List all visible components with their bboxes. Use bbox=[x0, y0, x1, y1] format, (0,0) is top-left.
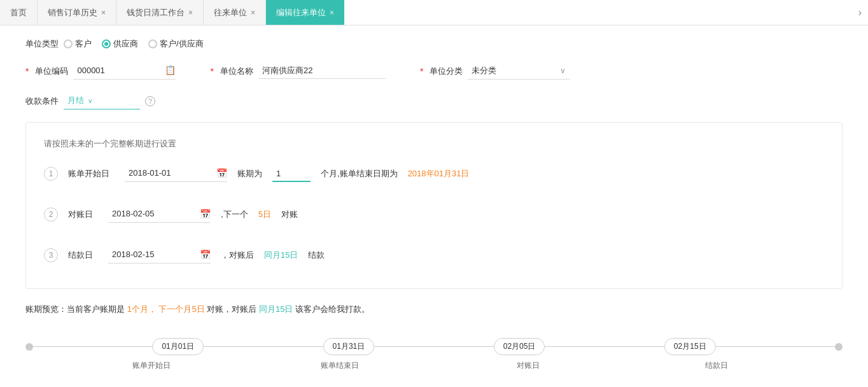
step-3-desc-prefix: ，对账后 bbox=[221, 250, 254, 261]
close-tab-sales-history[interactable]: × bbox=[101, 8, 106, 17]
step-1-period-end: 2018年01月31日 bbox=[408, 168, 470, 179]
step-1-date-wrap: 📅 bbox=[125, 165, 227, 182]
main-content: 单位类型 客户 供应商 客户/供应商 * 单位编码 bbox=[0, 25, 868, 387]
close-tab-partner-list[interactable]: × bbox=[251, 8, 255, 17]
timeline-badge-3: 02月15日 bbox=[664, 338, 716, 355]
unit-code-star: * bbox=[25, 66, 29, 76]
step-1-calendar-icon[interactable]: 📅 bbox=[216, 168, 227, 178]
radio-both-circle bbox=[148, 39, 157, 48]
radio-supplier[interactable]: 供应商 bbox=[102, 38, 138, 50]
step-3-num: 3 bbox=[44, 248, 58, 262]
timeline-label-3: 结款日 bbox=[705, 360, 728, 371]
radio-customer-circle bbox=[64, 39, 73, 48]
step-3-label: 结款日 bbox=[68, 250, 93, 261]
step-1-label: 账单开始日 bbox=[68, 168, 109, 179]
step-3-desc-highlight: 同月15日 bbox=[264, 250, 298, 261]
step-3-date-input[interactable] bbox=[108, 247, 197, 262]
close-tab-cash-work[interactable]: × bbox=[188, 8, 193, 17]
radio-both[interactable]: 客户/供应商 bbox=[148, 38, 204, 50]
step-2-date-wrap: 📅 bbox=[108, 206, 211, 223]
tab-more-button[interactable]: › bbox=[852, 0, 868, 25]
step-3-desc-suffix: 结款 bbox=[308, 250, 325, 261]
billing-section: 请按照未来的一个完整帐期进行设置 1 账单开始日 📅 账期为 个月,账单结束日期… bbox=[25, 122, 843, 289]
timeline: 01月01日 01月31日 02月05日 02月15日 bbox=[25, 332, 843, 377]
preview-text: 账期预览：当前客户账期是 1个月， 下一个月5日 对账，对账后 同月15日 该客… bbox=[25, 302, 843, 316]
payment-terms-group: 收款条件 月结 ∨ ? bbox=[25, 92, 155, 109]
unit-code-group: * 单位编码 📋 bbox=[25, 63, 176, 80]
step-1-period-input[interactable] bbox=[272, 166, 311, 182]
unit-category-arrow: ∨ bbox=[560, 66, 566, 75]
tab-cash-work[interactable]: 钱货日清工作台 × bbox=[116, 0, 204, 25]
unit-type-label: 单位类型 bbox=[25, 38, 59, 50]
tab-sales-history-label: 销售订单历史 bbox=[48, 7, 97, 18]
unit-code-icon[interactable]: 📋 bbox=[165, 65, 176, 75]
timeline-badge-2: 02月05日 bbox=[494, 338, 545, 355]
step-2-desc-highlight: 5日 bbox=[258, 209, 271, 220]
step-3-calendar-icon[interactable]: 📅 bbox=[200, 250, 211, 260]
unit-name-group: * 单位名称 bbox=[210, 64, 385, 79]
step-2-desc-prefix: ,下一个 bbox=[221, 209, 248, 220]
timeline-badge-1: 01月31日 bbox=[323, 338, 375, 355]
section-instruction: 请按照未来的一个完整帐期进行设置 bbox=[44, 138, 824, 150]
payment-terms-arrow: ∨ bbox=[88, 97, 92, 104]
unit-category-star: * bbox=[420, 66, 423, 76]
tab-sales-history[interactable]: 销售订单历史 × bbox=[38, 0, 116, 25]
preview-mid: 对账，对账后 bbox=[207, 304, 256, 314]
unit-category-value: 未分类 bbox=[472, 65, 556, 76]
preview-label: 账期预览：当前客户账期是 bbox=[25, 304, 125, 314]
timeline-label-0: 账单开始日 bbox=[132, 360, 171, 371]
unit-category-label: 单位分类 bbox=[430, 66, 463, 77]
step-2-row: 2 对账日 📅 ,下一个 5日 对账 bbox=[44, 203, 824, 226]
unit-type-group: 单位类型 客户 供应商 客户/供应商 bbox=[25, 38, 204, 50]
tab-cash-work-label: 钱货日清工作台 bbox=[127, 7, 185, 18]
preview-tail: 该客户会给我打款。 bbox=[295, 304, 370, 314]
unit-name-label: 单位名称 bbox=[220, 66, 253, 77]
step-2-desc-suffix: 对账 bbox=[281, 209, 298, 220]
preview-period2: 下一个月5日 bbox=[158, 304, 204, 314]
step-2-date-input[interactable] bbox=[108, 206, 197, 221]
unit-name-star: * bbox=[210, 66, 213, 76]
radio-supplier-circle bbox=[102, 39, 111, 48]
step-1-period-unit: 个月,账单结束日期为 bbox=[321, 168, 398, 179]
payment-terms-help[interactable]: ? bbox=[145, 96, 155, 106]
step-3-date-wrap: 📅 bbox=[108, 247, 211, 264]
radio-group-unit-type: 客户 供应商 客户/供应商 bbox=[64, 38, 204, 50]
payment-terms-select[interactable]: 月结 ∨ bbox=[64, 92, 140, 109]
tab-partner-list-label: 往来单位 bbox=[214, 7, 247, 18]
step-1-date-input[interactable] bbox=[125, 165, 214, 180]
tab-partner-list[interactable]: 往来单位 × bbox=[204, 0, 266, 25]
unit-category-group: * 单位分类 未分类 ∨ bbox=[420, 62, 570, 80]
unit-code-input-wrap: 📋 bbox=[73, 63, 176, 80]
timeline-badge-0: 01月01日 bbox=[152, 338, 204, 355]
step-1-num: 1 bbox=[44, 167, 58, 181]
step-2-num: 2 bbox=[44, 208, 58, 222]
tab-home[interactable]: 首页 bbox=[0, 0, 38, 25]
payment-terms-label: 收款条件 bbox=[25, 95, 59, 107]
step-1-period-label: 账期为 bbox=[237, 168, 262, 179]
radio-supplier-label: 供应商 bbox=[113, 38, 138, 50]
timeline-label-1: 账单结束日 bbox=[321, 360, 359, 371]
tab-bar: 首页 销售订单历史 × 钱货日清工作台 × 往来单位 × 编辑往来单位 × › bbox=[0, 0, 868, 25]
step-2-calendar-icon[interactable]: 📅 bbox=[200, 209, 211, 219]
radio-customer[interactable]: 客户 bbox=[64, 38, 92, 50]
preview-end: 同月15日 bbox=[259, 304, 293, 314]
unit-category-select[interactable]: 未分类 ∨ bbox=[468, 62, 570, 80]
step-3-row: 3 结款日 📅 ，对账后 同月15日 结款 bbox=[44, 244, 824, 267]
radio-customer-label: 客户 bbox=[75, 38, 92, 50]
unit-code-label: 单位编码 bbox=[35, 66, 68, 77]
preview-period: 1个月， bbox=[127, 304, 157, 314]
tab-home-label: 首页 bbox=[10, 7, 27, 18]
close-tab-edit-partner[interactable]: × bbox=[330, 8, 334, 17]
step-1-row: 1 账单开始日 📅 账期为 个月,账单结束日期为 2018年01月31日 bbox=[44, 162, 824, 185]
step-2-label: 对账日 bbox=[68, 209, 93, 220]
tab-edit-partner[interactable]: 编辑往来单位 × bbox=[266, 0, 344, 25]
payment-terms-row: 收款条件 月结 ∨ ? bbox=[25, 92, 843, 109]
unit-info-row: * 单位编码 📋 * 单位名称 * 单位分类 未分类 ∨ bbox=[25, 62, 843, 80]
unit-name-input[interactable] bbox=[258, 64, 386, 79]
unit-code-input[interactable] bbox=[73, 63, 162, 78]
radio-both-label: 客户/供应商 bbox=[160, 38, 204, 50]
tab-edit-partner-label: 编辑往来单位 bbox=[276, 7, 326, 18]
payment-terms-value: 月结 bbox=[67, 95, 84, 106]
unit-type-row: 单位类型 客户 供应商 客户/供应商 bbox=[25, 38, 843, 50]
timeline-label-2: 对账日 bbox=[517, 360, 540, 371]
